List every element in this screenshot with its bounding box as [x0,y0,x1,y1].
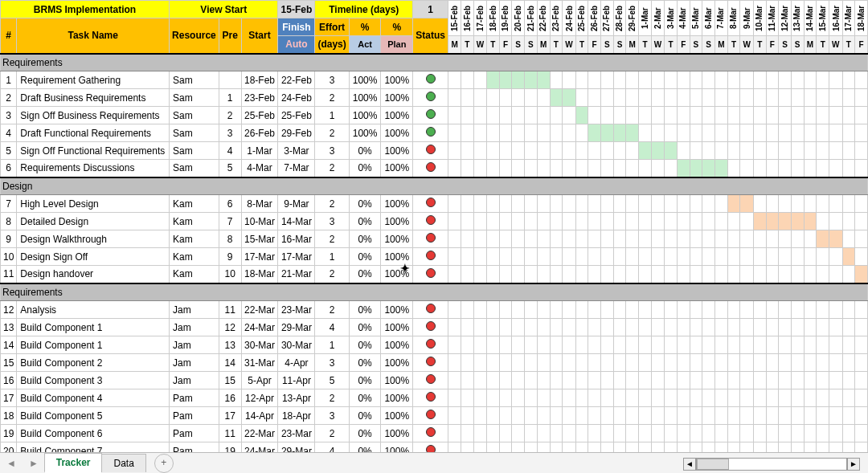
gantt-cell[interactable] [842,71,855,89]
gantt-cell[interactable] [639,372,652,389]
gantt-cell[interactable] [804,389,817,407]
gantt-cell[interactable] [702,425,715,442]
gantt-cell[interactable] [677,71,690,89]
gantt-cell[interactable] [588,142,601,160]
gantt-cell[interactable] [588,230,601,248]
gantt-cell[interactable] [779,195,792,213]
gantt-cell[interactable] [779,248,792,266]
gantt-cell[interactable] [842,89,855,107]
gantt-cell[interactable] [855,230,868,248]
effort-cell[interactable]: 2 [315,230,349,248]
gantt-cell[interactable] [537,407,550,425]
gantt-cell[interactable] [829,160,842,177]
gantt-cell[interactable] [473,230,486,248]
gantt-cell[interactable] [753,142,766,160]
predecessor-cell[interactable]: 8 [219,230,241,248]
gantt-cell[interactable] [613,160,626,177]
gantt-cell[interactable] [487,301,500,319]
view-start-value[interactable]: 15-Feb [278,1,315,18]
gantt-cell[interactable] [677,354,690,372]
pct-plan-cell[interactable]: 100% [381,372,413,389]
gantt-cell[interactable] [537,195,550,213]
gantt-cell[interactable] [804,107,817,124]
gantt-cell[interactable] [499,336,512,354]
gantt-cell[interactable] [766,425,779,442]
gantt-cell[interactable] [842,336,855,354]
gantt-cell[interactable] [651,389,664,407]
gantt-cell[interactable] [499,301,512,319]
predecessor-cell[interactable]: 11 [219,301,241,319]
gantt-cell[interactable] [690,160,702,177]
finish-date-cell[interactable]: 4-Apr [278,354,315,372]
gantt-cell[interactable] [461,89,474,107]
gantt-cell[interactable] [588,336,601,354]
gantt-cell[interactable] [639,407,652,425]
resource-cell[interactable]: Jam [170,354,219,372]
gantt-cell[interactable] [613,425,626,442]
gantt-cell[interactable] [702,372,715,389]
task-name[interactable]: Analysis [17,301,170,319]
gantt-cell[interactable] [804,71,817,89]
finish-date-cell[interactable]: 9-Mar [278,195,315,213]
pct-plan-cell[interactable]: 100% [381,425,413,442]
gantt-cell[interactable] [575,389,588,407]
gantt-cell[interactable] [626,160,639,177]
gantt-cell[interactable] [448,389,461,407]
gantt-cell[interactable] [461,142,474,160]
gantt-cell[interactable] [639,266,652,283]
gantt-cell[interactable] [563,160,575,177]
gantt-cell[interactable] [665,336,678,354]
gantt-cell[interactable] [779,266,792,283]
gantt-cell[interactable] [779,372,792,389]
row-number[interactable]: 6 [1,160,17,177]
gantt-cell[interactable] [829,301,842,319]
gantt-cell[interactable] [817,195,829,213]
gantt-cell[interactable] [487,107,500,124]
gantt-cell[interactable] [727,372,740,389]
predecessor-cell[interactable]: 7 [219,213,241,230]
gantt-cell[interactable] [563,89,575,107]
gantt-cell[interactable] [753,89,766,107]
gantt-cell[interactable] [525,407,538,425]
gantt-cell[interactable] [817,71,829,89]
gantt-cell[interactable] [651,301,664,319]
task-row[interactable]: 8Detailed DesignKam710-Mar14-Mar30%100% [1,213,868,230]
gantt-cell[interactable] [677,372,690,389]
gantt-cell[interactable] [690,407,702,425]
resource-cell[interactable]: Kam [170,266,219,283]
gantt-cell[interactable] [690,266,702,283]
gantt-cell[interactable] [727,124,740,142]
gantt-cell[interactable] [740,89,753,107]
gantt-cell[interactable] [779,89,792,107]
start-date-cell[interactable]: 22-Mar [241,301,278,319]
effort-cell[interactable]: 1 [315,107,349,124]
gantt-cell[interactable] [842,248,855,266]
predecessor-cell[interactable]: 5 [219,160,241,177]
gantt-cell[interactable] [766,89,779,107]
gantt-cell[interactable] [677,89,690,107]
gantt-cell[interactable] [613,266,626,283]
gantt-cell[interactable] [461,248,474,266]
gantt-cell[interactable] [499,142,512,160]
gantt-cell[interactable] [804,301,817,319]
gantt-cell[interactable] [702,407,715,425]
pct-actual-cell[interactable]: 0% [349,266,381,283]
task-row[interactable]: 18Build Component 5Pam1714-Apr18-Apr30%1… [1,407,868,425]
gantt-cell[interactable] [665,442,678,453]
gantt-cell[interactable] [753,107,766,124]
gantt-cell[interactable] [842,107,855,124]
gantt-cell[interactable] [537,107,550,124]
gantt-cell[interactable] [753,213,766,230]
effort-cell[interactable]: 2 [315,160,349,177]
gantt-cell[interactable] [702,142,715,160]
predecessor-cell[interactable]: 12 [219,319,241,336]
task-row[interactable]: 14Build Component 1Jam1330-Mar30-Mar10%1… [1,336,868,354]
gantt-cell[interactable] [487,248,500,266]
start-date-cell[interactable]: 4-Mar [241,160,278,177]
gantt-cell[interactable] [665,266,678,283]
effort-cell[interactable]: 2 [315,425,349,442]
gantt-cell[interactable] [804,248,817,266]
gantt-cell[interactable] [766,160,779,177]
gantt-cell[interactable] [855,213,868,230]
gantt-cell[interactable] [817,107,829,124]
